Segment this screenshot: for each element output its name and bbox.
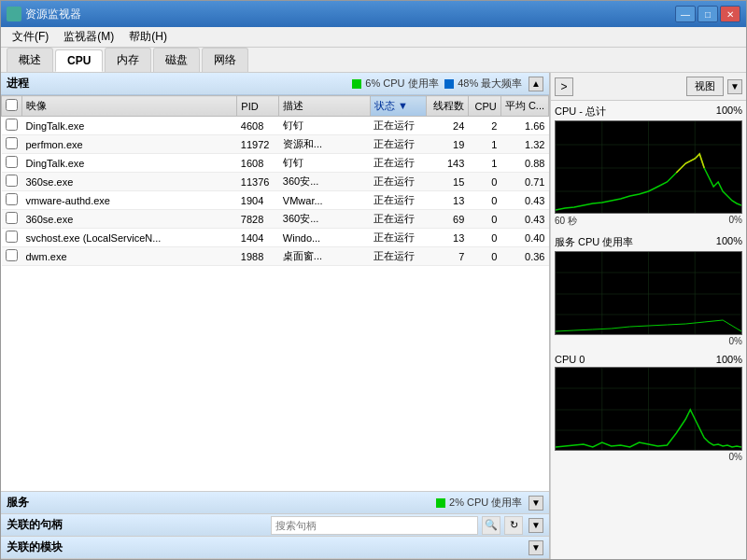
process-table-container: 映像 PID 描述 状态 ▼ 线程数 CPU 平均 C... DingTa: [1, 95, 549, 491]
row-checkbox-6[interactable]: [2, 229, 22, 247]
right-panel-dropdown[interactable]: ▼: [727, 79, 742, 94]
handles-section: 关联的句柄 🔍 ↻ ▼: [1, 514, 549, 537]
col-checkbox[interactable]: [2, 96, 22, 117]
row-threads-7: 7: [426, 247, 468, 266]
row-cpu-3: 0: [468, 173, 500, 191]
process-section: 进程 6% CPU 使用率 48% 最大频率 ▲: [1, 73, 549, 492]
tab-network[interactable]: 网络: [202, 48, 248, 72]
row-checkbox-3[interactable]: [2, 173, 22, 191]
maximize-button[interactable]: □: [698, 6, 718, 22]
row-avgcpu-6: 0.40: [500, 229, 548, 247]
row-checkbox-5[interactable]: [2, 210, 22, 229]
handles-title: 关联的句柄: [7, 517, 259, 533]
col-image[interactable]: 映像: [22, 96, 237, 117]
process-collapse-btn[interactable]: ▲: [529, 77, 543, 91]
app-icon: [7, 7, 21, 21]
modules-section-header[interactable]: 关联的模块 ▼: [1, 537, 549, 559]
row-checkbox-0[interactable]: [2, 117, 22, 135]
handles-search-input[interactable]: [271, 516, 478, 535]
modules-collapse-btn[interactable]: ▼: [529, 540, 543, 555]
tab-overview[interactable]: 概述: [7, 48, 53, 72]
row-image-6: svchost.exe (LocalServiceN...: [22, 229, 237, 247]
col-avgcpu[interactable]: 平均 C...: [500, 96, 548, 117]
row-threads-1: 19: [426, 135, 468, 154]
row-pid-3: 11376: [237, 173, 279, 191]
row-image-7: dwm.exe: [22, 247, 237, 266]
menu-monitor[interactable]: 监视器(M): [56, 27, 121, 47]
table-row[interactable]: svchost.exe (LocalServiceN... 1404 Windo…: [2, 229, 549, 247]
window-title: 资源监视器: [25, 7, 675, 22]
row-status-2: 正在运行: [370, 154, 426, 173]
process-cpu-indicator: 6% CPU 使用率: [352, 77, 438, 91]
col-pid[interactable]: PID: [237, 96, 279, 117]
handles-collapse-btn[interactable]: ▼: [529, 518, 543, 533]
menu-file[interactable]: 文件(F): [5, 27, 56, 47]
row-avgcpu-2: 0.88: [500, 154, 548, 173]
tab-cpu[interactable]: CPU: [55, 49, 103, 72]
row-checkbox-4[interactable]: [2, 191, 22, 210]
row-pid-2: 1608: [237, 154, 279, 173]
row-pid-4: 1904: [237, 191, 279, 210]
row-status-6: 正在运行: [370, 229, 426, 247]
handles-search-row: 🔍 ↻: [265, 514, 529, 537]
process-section-header[interactable]: 进程 6% CPU 使用率 48% 最大频率 ▲: [1, 73, 549, 95]
right-panel-header: > 视图 ▼: [551, 73, 746, 101]
menu-bar: 文件(F) 监视器(M) 帮助(H): [1, 27, 746, 48]
table-row[interactable]: dwm.exe 1988 桌面窗... 正在运行 7 0 0.36: [2, 247, 549, 266]
table-row[interactable]: perfmon.exe 11972 资源和... 正在运行 19 1 1.32: [2, 135, 549, 154]
row-checkbox-7[interactable]: [2, 247, 22, 266]
services-title: 服务: [7, 495, 436, 511]
window-controls: — □ ✕: [675, 6, 740, 22]
view-button[interactable]: 视图: [686, 77, 724, 96]
col-cpu[interactable]: CPU: [468, 96, 500, 117]
table-row[interactable]: vmware-authd.exe 1904 VMwar... 正在运行 13 0…: [2, 191, 549, 210]
row-checkbox-1[interactable]: [2, 135, 22, 154]
row-cpu-5: 0: [468, 210, 500, 229]
services-section-header[interactable]: 服务 2% CPU 使用率 ▼: [1, 492, 549, 514]
row-avgcpu-3: 0.71: [500, 173, 548, 191]
modules-title: 关联的模块: [7, 539, 522, 555]
row-pid-5: 7828: [237, 210, 279, 229]
row-status-4: 正在运行: [370, 191, 426, 210]
col-status[interactable]: 状态 ▼: [370, 96, 426, 117]
table-row[interactable]: DingTalk.exe 1608 钉钉 正在运行 143 1 0.88: [2, 154, 549, 173]
menu-help[interactable]: 帮助(H): [121, 27, 175, 47]
col-desc[interactable]: 描述: [279, 96, 371, 117]
row-cpu-6: 0: [468, 229, 500, 247]
row-threads-6: 13: [426, 229, 468, 247]
row-status-0: 正在运行: [370, 117, 426, 135]
row-cpu-1: 1: [468, 135, 500, 154]
services-collapse-btn[interactable]: ▼: [529, 496, 543, 511]
row-threads-4: 13: [426, 191, 468, 210]
handles-search-button[interactable]: 🔍: [482, 516, 500, 535]
row-checkbox-2[interactable]: [2, 154, 22, 173]
row-threads-0: 24: [426, 117, 468, 135]
cpu-total-label: CPU - 总计 100%: [555, 105, 742, 119]
cpu0-graph: [555, 367, 742, 451]
row-desc-0: 钉钉: [279, 117, 371, 135]
row-desc-5: 360安...: [279, 210, 371, 229]
right-panel: > 视图 ▼ CPU - 总计 100%: [550, 73, 746, 559]
table-row[interactable]: DingTalk.exe 4608 钉钉 正在运行 24 2 1.66: [2, 117, 549, 135]
row-pid-6: 1404: [237, 229, 279, 247]
table-row[interactable]: 360se.exe 7828 360安... 正在运行 69 0 0.43: [2, 210, 549, 229]
close-button[interactable]: ✕: [720, 6, 740, 22]
col-threads[interactable]: 线程数: [426, 96, 468, 117]
row-status-3: 正在运行: [370, 173, 426, 191]
row-threads-3: 15: [426, 173, 468, 191]
row-image-5: 360se.exe: [22, 210, 237, 229]
table-row[interactable]: 360se.exe 11376 360安... 正在运行 15 0 0.71: [2, 173, 549, 191]
select-all-checkbox[interactable]: [6, 99, 18, 111]
tab-memory[interactable]: 内存: [105, 48, 151, 72]
main-window: 资源监视器 — □ ✕ 文件(F) 监视器(M) 帮助(H) 概述 CPU 内存…: [0, 0, 747, 560]
row-image-2: DingTalk.exe: [22, 154, 237, 173]
process-title: 进程: [7, 76, 352, 91]
handles-refresh-button[interactable]: ↻: [504, 516, 523, 535]
row-threads-5: 69: [426, 210, 468, 229]
row-desc-1: 资源和...: [279, 135, 371, 154]
handles-section-header[interactable]: 关联的句柄 🔍 ↻ ▼: [1, 514, 549, 537]
right-panel-expand-button[interactable]: >: [555, 77, 573, 96]
tab-disk[interactable]: 磁盘: [153, 48, 200, 72]
minimize-button[interactable]: —: [675, 6, 696, 22]
process-table: 映像 PID 描述 状态 ▼ 线程数 CPU 平均 C... DingTa: [1, 95, 549, 266]
